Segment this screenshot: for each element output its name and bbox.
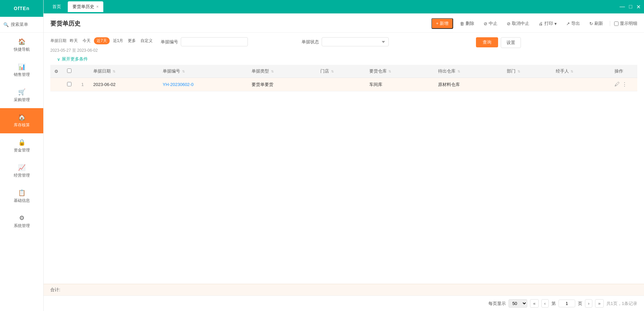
settings-button[interactable]: 设置 (501, 37, 521, 48)
table-footer: 合计: (44, 284, 644, 296)
first-page-button[interactable]: « (530, 299, 538, 308)
delete-button[interactable]: 🗑 删除 (457, 19, 477, 28)
home-icon: 🏠 (18, 38, 25, 45)
col-operation: 操作 (610, 65, 637, 78)
col-settings[interactable]: ⚙ (50, 65, 62, 78)
header-actions: + 新增 🗑 删除 ⊘ 中止 ⊘ 取消中止 🖨 打印 ▾ (431, 18, 637, 29)
minimize-button[interactable]: — (620, 4, 625, 10)
col-doc-number[interactable]: 单据编号 ⇅ (159, 65, 248, 78)
page-input[interactable] (558, 300, 575, 307)
prev-page-button[interactable]: ‹ (541, 299, 549, 308)
doc-status-label: 单据状态 (302, 39, 319, 45)
sidebar-item-label: 经营管理 (14, 173, 30, 178)
doc-number-link[interactable]: YH-20230602-0 (163, 82, 194, 87)
sort-icon-doc-number: ⇅ (182, 70, 185, 73)
page-size-select[interactable]: 50 10 20 100 (508, 299, 527, 308)
display-detail-checkbox[interactable]: 显示明细 (614, 20, 637, 27)
search-icon: 🔍 (3, 22, 9, 27)
tab-label: 要货单历史 (72, 4, 94, 10)
date-shortcut-7days[interactable]: 近7天 (94, 37, 110, 44)
col-pending-warehouse[interactable]: 待出仓库 ⇅ (434, 65, 503, 78)
page-header: 要货单历史 + 新增 🗑 删除 ⊘ 中止 ⊘ 取消中止 🖨 (44, 13, 644, 33)
sidebar-item-finance[interactable]: 🔒 资金管理 (0, 133, 43, 159)
sidebar-item-label: 基础信息 (14, 198, 30, 204)
cell-checkbox (62, 78, 76, 91)
cell-doc-type: 要货单要货 (248, 78, 316, 91)
date-shortcut-more[interactable]: 更多 (126, 37, 137, 44)
sidebar-item-label: 销售管理 (14, 72, 30, 78)
data-table: ⚙ 单据日期 ⇅ 单据编号 ⇅ (50, 65, 637, 91)
date-shortcut-custom[interactable]: 自定义 (139, 37, 154, 44)
tab-active[interactable]: 要货单历史 × (68, 1, 103, 12)
tab-home[interactable]: 首页 (47, 0, 66, 13)
col-date[interactable]: 单据日期 ⇅ (89, 65, 159, 78)
page-size-label: 每页显示 (488, 301, 506, 307)
cell-date: 2023-06-02 (89, 78, 159, 91)
col-department[interactable]: 部门 ⇅ (503, 65, 552, 78)
sort-icon-doc-type: ⇅ (271, 70, 274, 73)
date-range-display: 2023-05-27 至 2023-06-02 (50, 48, 154, 53)
sidebar-item-quick-nav[interactable]: 🏠 快捷导航 (0, 33, 43, 58)
sidebar-item-inventory[interactable]: 🏠 库存核算 (0, 108, 43, 133)
table-container: ⚙ 单据日期 ⇅ 单据编号 ⇅ (44, 65, 644, 284)
cell-req-warehouse: 车间库 (365, 78, 434, 91)
more-icon[interactable]: ⋮ (622, 81, 627, 88)
doc-status-filter-group: 单据状态 (302, 37, 469, 46)
sales-icon: 📊 (18, 63, 25, 71)
sidebar-item-purchase[interactable]: 🛒 采购管理 (0, 83, 43, 108)
close-button[interactable]: ✕ (636, 4, 641, 10)
maximize-button[interactable]: □ (629, 4, 632, 10)
row-checkbox[interactable] (67, 82, 71, 86)
stop-button[interactable]: ⊘ 中止 (481, 19, 500, 28)
col-handler[interactable]: 经手人 ⇅ (552, 65, 610, 78)
doc-number-filter-group: 单据编号 (161, 37, 295, 46)
export-button[interactable]: ↗ 导出 (564, 19, 583, 28)
sort-icon-date: ⇅ (113, 70, 115, 73)
sort-icon-handler: ⇅ (571, 70, 573, 73)
tab-bar: 首页 要货单历史 × — □ ✕ (44, 0, 644, 13)
window-controls: — □ ✕ (620, 4, 641, 10)
display-detail-input[interactable] (614, 21, 619, 26)
doc-number-label: 单据编号 (161, 39, 178, 45)
col-doc-type[interactable]: 单据类型 ⇅ (248, 65, 316, 78)
page-label-last: 页 (578, 301, 582, 307)
next-page-button[interactable]: › (585, 299, 592, 308)
sort-icon-req-warehouse: ⇅ (388, 70, 391, 73)
page-title: 要货单历史 (50, 19, 80, 28)
base-info-icon: 📋 (18, 189, 25, 196)
operation-icon: 📈 (18, 164, 25, 171)
cell-settings (50, 78, 62, 91)
new-button[interactable]: + 新增 (431, 18, 453, 29)
col-store[interactable]: 门店 ⇅ (316, 65, 365, 78)
date-filter-label: 单据日期 (50, 38, 66, 44)
sidebar-item-label: 库存核算 (14, 122, 30, 128)
print-button[interactable]: 🖨 打印 ▾ (536, 19, 559, 28)
sort-icon-store: ⇅ (331, 70, 334, 73)
sidebar-item-operation[interactable]: 📈 经营管理 (0, 159, 43, 184)
date-shortcut-today[interactable]: 今天 (81, 37, 92, 44)
last-page-button[interactable]: » (595, 299, 603, 308)
expand-more-btn[interactable]: ∨ 展开更多条件 (50, 53, 637, 65)
sidebar-item-base-info[interactable]: 📋 基础信息 (0, 184, 43, 209)
doc-number-input[interactable] (181, 37, 248, 46)
date-shortcut-yesterday[interactable]: 昨天 (68, 37, 79, 44)
query-button[interactable]: 查询 (476, 37, 498, 47)
edit-icon[interactable]: 🖊 (614, 81, 620, 88)
export-icon: ↗ (566, 21, 570, 26)
refresh-button[interactable]: ↻ 刷新 (587, 19, 606, 28)
date-shortcut-1month[interactable]: 近1月 (112, 37, 125, 44)
col-req-warehouse[interactable]: 要货仓库 ⇅ (365, 65, 434, 78)
table-body: 1 2023-06-02 YH-20230602-0 要货单要货 车间库 原材料… (50, 78, 637, 91)
total-label: 合计: (50, 287, 60, 292)
sidebar-item-system[interactable]: ⚙ 系统管理 (0, 209, 43, 234)
date-filter-row: 单据日期 昨天 今天 近7天 近1月 更多 自定义 (50, 37, 154, 44)
select-all-checkbox[interactable] (67, 69, 71, 73)
cancel-stop-button[interactable]: ⊘ 取消中止 (504, 19, 532, 28)
system-icon: ⚙ (19, 214, 24, 222)
sidebar-item-search-menu[interactable]: 🔍 搜索菜单 (0, 17, 43, 33)
finance-icon: 🔒 (18, 139, 25, 146)
tab-close-icon[interactable]: × (96, 4, 99, 9)
col-num (76, 65, 89, 78)
sidebar-item-sales[interactable]: 📊 销售管理 (0, 58, 43, 83)
doc-status-select[interactable] (322, 37, 389, 46)
